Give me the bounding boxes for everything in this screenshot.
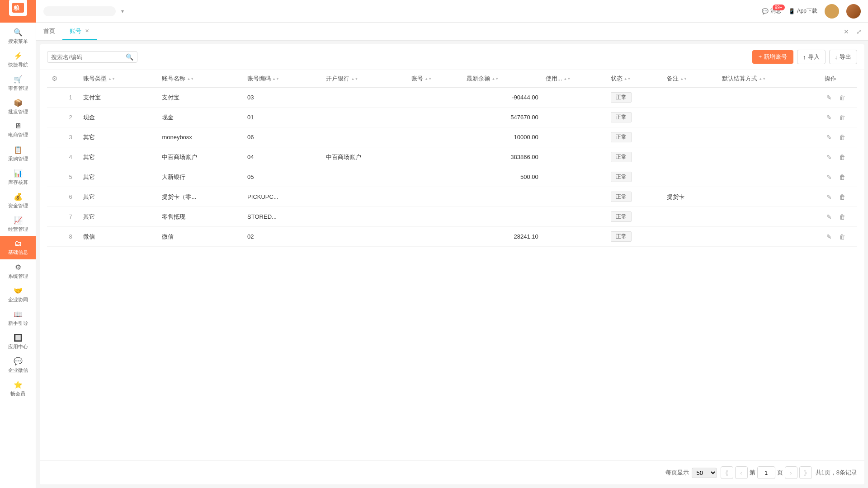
sidebar-item-corp-wechat[interactable]: 💬 企业微信 — [0, 353, 36, 377]
col-account[interactable]: 账号▲▼ — [408, 70, 463, 88]
logo-area: 粮 乐惠版 — [0, 0, 36, 23]
row-usage-1 — [542, 88, 607, 108]
delete-button-8[interactable]: 🗑 — [837, 232, 847, 241]
page-first-button[interactable]: ⟪ — [721, 466, 733, 479]
brand-label: 乐惠版 — [11, 17, 25, 23]
edit-button-6[interactable]: ✎ — [825, 192, 834, 202]
delete-button-3[interactable]: 🗑 — [837, 133, 847, 142]
row-settings-7 — [47, 207, 61, 227]
row-account-1 — [408, 88, 463, 108]
edit-button-1[interactable]: ✎ — [825, 93, 834, 102]
col-settings[interactable]: ⚙ — [47, 70, 61, 88]
sidebar-item-system[interactable]: ⚙ 系统管理 — [0, 259, 36, 283]
table-row: 7 其它 零售抵现 STORED... 正常 ✎ 🗑 — [47, 207, 857, 227]
page-next-button[interactable]: › — [785, 466, 797, 479]
row-action-8: ✎ 🗑 — [821, 227, 857, 247]
edit-button-4[interactable]: ✎ — [825, 153, 834, 162]
delete-button-1[interactable]: 🗑 — [837, 93, 847, 102]
sidebar-item-inventory[interactable]: 📊 库存核算 — [0, 165, 36, 189]
sidebar-item-vip[interactable]: ⭐ 畅会员 — [0, 377, 36, 400]
sidebar-item-corp-agreement[interactable]: 🤝 企业协同 — [0, 283, 36, 306]
account-search-wrap[interactable]: 🔍 — [47, 51, 137, 63]
sidebar-nav: 🔍 搜索菜单 ⚡ 快捷导航 🛒 零售管理 📦 批发管理 🖥 电商管理 📋 采购管… — [0, 23, 36, 488]
page-prev-button[interactable]: ‹ — [735, 466, 748, 479]
sidebar-item-quick-nav[interactable]: ⚡ 快捷导航 — [0, 48, 36, 71]
edit-button-7[interactable]: ✎ — [825, 212, 834, 221]
sidebar-item-ecommerce[interactable]: 🖥 电商管理 — [0, 118, 36, 142]
user-avatar-2[interactable] — [846, 4, 861, 19]
sidebar-item-wholesale[interactable]: 📦 批发管理 — [0, 95, 36, 118]
add-account-button[interactable]: + 新增账号 — [752, 50, 793, 64]
row-code-7: STORED... — [244, 207, 322, 227]
delete-button-4[interactable]: 🗑 — [837, 153, 847, 162]
tab-expand-button[interactable]: ⤢ — [854, 26, 864, 37]
delete-button-5[interactable]: 🗑 — [837, 173, 847, 182]
delete-button-7[interactable]: 🗑 — [837, 212, 847, 221]
tab-close-all-button[interactable]: ✕ — [841, 26, 852, 37]
finance-icon: 💰 — [14, 192, 23, 201]
row-settings-5 — [47, 167, 61, 187]
col-bank[interactable]: 开户银行▲▼ — [322, 70, 408, 88]
col-status[interactable]: 状态▲▼ — [607, 70, 663, 88]
row-type-5: 其它 — [80, 167, 158, 187]
row-default-payment-5 — [718, 167, 821, 187]
content-area: 🔍 + 新增账号 ↑ 导入 ↓ 导出 ⚙ — [40, 44, 864, 484]
edit-button-3[interactable]: ✎ — [825, 133, 834, 142]
sidebar-item-guide[interactable]: 📖 新手引导 — [0, 306, 36, 330]
vip-icon: ⭐ — [14, 380, 23, 389]
delete-button-2[interactable]: 🗑 — [837, 113, 847, 122]
topbar-search[interactable] — [43, 6, 116, 16]
edit-button-8[interactable]: ✎ — [825, 232, 834, 241]
page-last-button[interactable]: ⟫ — [799, 466, 812, 479]
page-input[interactable] — [757, 466, 775, 479]
tab-close-account[interactable]: ✕ — [84, 27, 90, 35]
user-avatar[interactable] — [825, 4, 839, 19]
sidebar-item-basic-info[interactable]: 🗂 基础信息 — [0, 236, 36, 259]
sidebar-item-purchase[interactable]: 📋 采购管理 — [0, 142, 36, 165]
tab-home[interactable]: 首页 — [36, 23, 62, 40]
col-balance[interactable]: 最新余额▲▼ — [463, 70, 542, 88]
col-code[interactable]: 账号编码▲▼ — [244, 70, 322, 88]
tab-label-home: 首页 — [43, 27, 55, 35]
export-button[interactable]: ↓ 导出 — [829, 50, 858, 64]
col-default-payment[interactable]: 默认结算方式▲▼ — [718, 70, 821, 88]
row-usage-3 — [542, 127, 607, 147]
row-settings-3 — [47, 127, 61, 147]
sidebar-item-retail[interactable]: 🛒 零售管理 — [0, 71, 36, 95]
row-remark-1 — [663, 88, 718, 108]
row-usage-6 — [542, 187, 607, 207]
row-action-5: ✎ 🗑 — [821, 167, 857, 187]
row-type-7: 其它 — [80, 207, 158, 227]
app-download-button[interactable]: 📱 App下载 — [788, 7, 817, 15]
row-default-payment-8 — [718, 227, 821, 247]
edit-button-5[interactable]: ✎ — [825, 173, 834, 182]
row-code-4: 04 — [244, 147, 322, 167]
col-usage[interactable]: 使用...▲▼ — [542, 70, 607, 88]
per-page-select[interactable]: 50 100 200 — [692, 468, 717, 478]
logo-icon: 粮 — [9, 0, 27, 16]
col-remark[interactable]: 备注▲▼ — [663, 70, 718, 88]
import-button[interactable]: ↑ 导入 — [797, 50, 826, 64]
sidebar-item-label-wholesale: 批发管理 — [8, 108, 28, 115]
sidebar-item-operations[interactable]: 📈 经营管理 — [0, 212, 36, 236]
account-search-input[interactable] — [51, 54, 123, 61]
col-name[interactable]: 账号名称▲▼ — [158, 70, 244, 88]
sidebar-item-finance[interactable]: 💰 资金管理 — [0, 189, 36, 212]
row-type-1: 支付宝 — [80, 88, 158, 108]
edit-button-2[interactable]: ✎ — [825, 113, 834, 122]
delete-button-6[interactable]: 🗑 — [837, 192, 847, 202]
message-button[interactable]: 💬 消息 99+ — [762, 7, 781, 15]
dropdown-arrow-icon[interactable]: ▾ — [121, 8, 124, 14]
topbar-search-input[interactable] — [49, 8, 110, 14]
row-usage-4 — [542, 147, 607, 167]
table-row: 5 其它 大新银行 05 500.00 正常 ✎ 🗑 — [47, 167, 857, 187]
corp-agreement-icon: 🤝 — [14, 286, 23, 295]
row-bank-6 — [322, 187, 408, 207]
sidebar-item-app-center[interactable]: 🔲 应用中心 — [0, 330, 36, 353]
row-account-5 — [408, 167, 463, 187]
row-balance-7 — [463, 207, 542, 227]
col-type[interactable]: 账号类型▲▼ — [80, 70, 158, 88]
row-type-8: 微信 — [80, 227, 158, 247]
tab-account[interactable]: 账号✕ — [62, 23, 97, 40]
sidebar-item-search[interactable]: 🔍 搜索菜单 — [0, 24, 36, 48]
